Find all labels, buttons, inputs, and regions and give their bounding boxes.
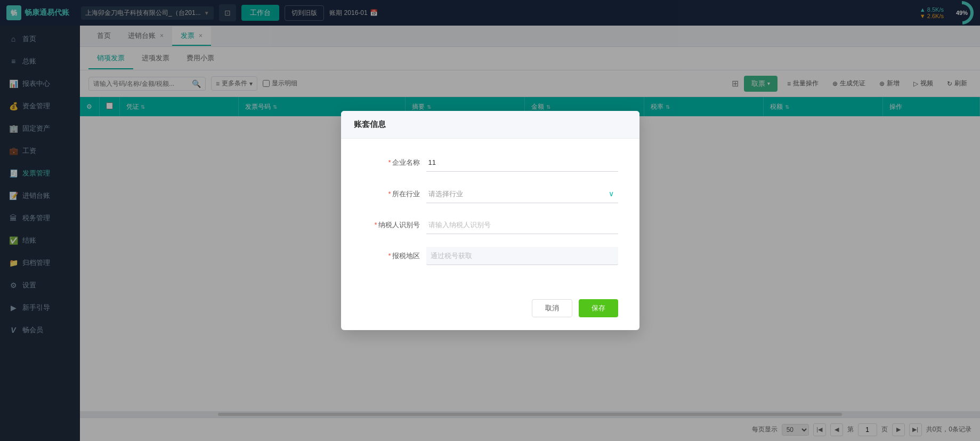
company-name-input[interactable] (426, 154, 618, 172)
cancel-button[interactable]: 取消 (532, 299, 572, 317)
company-name-label: *企业名称 (362, 158, 426, 167)
dialog: 账套信息 *企业名称 *所在行业 请选择行业 ∨ (341, 111, 639, 330)
industry-select[interactable]: 请选择行业 (426, 185, 618, 203)
form-row-tax-id: *纳税人识别号 (362, 216, 618, 234)
tax-region-label: *报税地区 (362, 251, 426, 261)
save-button[interactable]: 保存 (579, 299, 618, 317)
industry-select-wrapper: 请选择行业 ∨ (426, 185, 618, 203)
form-row-industry: *所在行业 请选择行业 ∨ (362, 185, 618, 203)
tax-region-display: 通过税号获取 (426, 247, 618, 265)
tax-id-input[interactable] (426, 216, 618, 234)
form-row-company-name: *企业名称 (362, 154, 618, 172)
form-row-tax-region: *报税地区 通过税号获取 (362, 247, 618, 265)
dialog-body: *企业名称 *所在行业 请选择行业 ∨ *纳税人识别号 (341, 139, 639, 291)
dialog-header: 账套信息 (341, 111, 639, 139)
dialog-footer: 取消 保存 (341, 291, 639, 330)
modal-overlay[interactable]: 账套信息 *企业名称 *所在行业 请选择行业 ∨ (0, 0, 980, 441)
industry-label: *所在行业 (362, 189, 426, 199)
tax-id-label: *纳税人识别号 (362, 220, 426, 230)
